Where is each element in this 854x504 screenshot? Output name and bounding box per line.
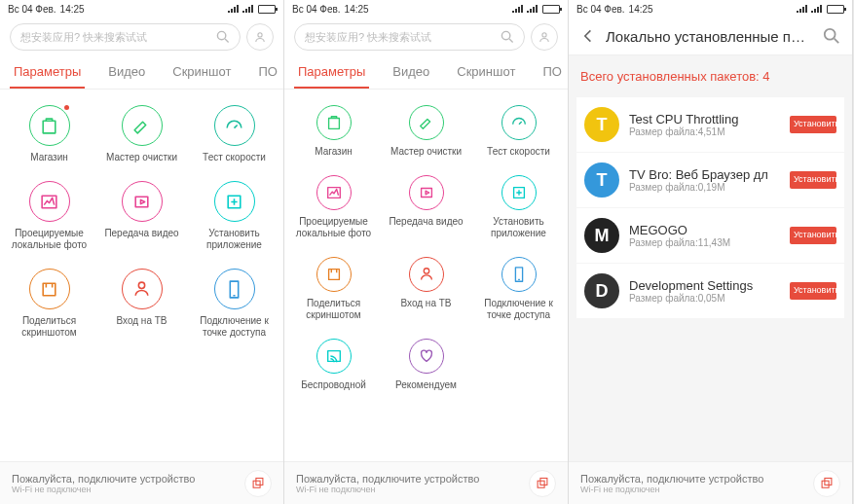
grid-item[interactable]: Тест скорости bbox=[473, 97, 564, 165]
footer-title: Пожалуйста, подключите устройство bbox=[296, 473, 529, 485]
grid-item[interactable]: Мастер очистки bbox=[381, 97, 471, 165]
tab-screenshot[interactable]: Скриншот bbox=[453, 56, 519, 89]
grid-item[interactable]: Проецируемые локальные фото bbox=[4, 173, 94, 259]
grid-item-label: Магазин bbox=[30, 152, 68, 163]
search-button[interactable] bbox=[823, 27, 840, 45]
app-name: Test CPU Throttling bbox=[629, 112, 780, 126]
grid-item[interactable]: Передача видео bbox=[96, 173, 187, 259]
grid-item-label: Подключение к точке доступа bbox=[194, 315, 276, 339]
grid-item[interactable]: Передача видео bbox=[381, 167, 471, 247]
svg-rect-3 bbox=[256, 478, 263, 485]
search-input[interactable]: 想安装应用? 快来搜索试试 bbox=[294, 23, 525, 51]
search-row: 想安装应用? 快来搜索试试 bbox=[284, 18, 568, 56]
install-button[interactable]: Установить bbox=[790, 227, 836, 244]
grid-item[interactable]: Беспроводной bbox=[288, 331, 379, 399]
footer-devices-button[interactable] bbox=[529, 470, 556, 497]
grid-item-label: Передача видео bbox=[389, 216, 463, 228]
tab-software[interactable]: ПО bbox=[538, 56, 565, 89]
app-row[interactable]: MMEGOGOРазмер файла:11,43MУстановить bbox=[576, 208, 844, 264]
app-list: TTest CPU ThrottlingРазмер файла:4,51MУс… bbox=[569, 97, 852, 461]
tab-params[interactable]: Параметры bbox=[294, 56, 369, 89]
phone-icon bbox=[214, 269, 255, 309]
app-name: TV Bro: Веб Браузер дл bbox=[629, 167, 780, 182]
svg-rect-10 bbox=[825, 478, 832, 485]
back-button[interactable] bbox=[580, 28, 596, 44]
grid-item-label: Проецируемые локальные фото bbox=[293, 216, 375, 239]
status-time: 14:25 bbox=[629, 4, 653, 15]
search-input[interactable]: 想安装应用? 快来搜索试试 bbox=[10, 23, 241, 51]
grid-item-label: Мастер очистки bbox=[390, 146, 462, 158]
devices-icon bbox=[820, 477, 834, 490]
grid-item[interactable]: Поделиться скриншотом bbox=[288, 249, 379, 329]
signal-icon bbox=[228, 5, 240, 13]
grid-item[interactable]: Проецируемые локальные фото bbox=[288, 167, 379, 247]
chevron-left-icon bbox=[580, 28, 596, 44]
footer: Пожалуйста, подключите устройство Wi-Fi … bbox=[0, 461, 283, 504]
grid-item-label: Подключение к точке доступа bbox=[478, 298, 560, 321]
phone-icon bbox=[501, 257, 537, 292]
install-button[interactable]: Установить bbox=[790, 282, 836, 300]
tab-software[interactable]: ПО bbox=[254, 56, 280, 89]
svg-point-4 bbox=[501, 31, 509, 39]
grid-item[interactable]: Вход на ТВ bbox=[381, 249, 471, 329]
cut-icon bbox=[316, 257, 352, 292]
notification-dot bbox=[64, 105, 69, 110]
grid-item[interactable]: Установить приложение bbox=[473, 167, 564, 247]
package-count: Всего установленных пакетов: 4 bbox=[569, 55, 852, 97]
grid-item bbox=[473, 331, 564, 399]
grid-item[interactable]: Тест скорости bbox=[189, 97, 279, 171]
person-icon bbox=[122, 269, 163, 309]
grid-item-label: Тест скорости bbox=[487, 146, 550, 158]
app-info: MEGOGOРазмер файла:11,43M bbox=[629, 223, 780, 248]
grid-item[interactable]: Магазин bbox=[288, 97, 379, 165]
app-name: MEGOGO bbox=[629, 223, 780, 237]
grid-item[interactable]: Подключение к точке доступа bbox=[189, 261, 279, 346]
signal-icon bbox=[527, 5, 538, 13]
footer: Пожалуйста, подключите устройство Wi-Fi … bbox=[284, 461, 568, 504]
brush-icon bbox=[409, 105, 444, 140]
install-button[interactable]: Установить bbox=[790, 171, 836, 189]
page-title: Локально установленные паке… bbox=[606, 28, 813, 45]
grid-item[interactable]: Рекомендуем bbox=[381, 331, 471, 399]
grid-item-label: Беспроводной bbox=[301, 379, 366, 391]
grid-item-label: Вход на ТВ bbox=[400, 298, 451, 309]
app-row[interactable]: TTest CPU ThrottlingРазмер файла:4,51MУс… bbox=[576, 97, 844, 153]
footer-title: Пожалуйста, подключите устройство bbox=[580, 473, 813, 485]
devices-icon bbox=[251, 477, 265, 490]
gauge-icon bbox=[214, 105, 255, 146]
grid-item[interactable]: Установить приложение bbox=[189, 173, 279, 259]
svg-rect-6 bbox=[538, 481, 544, 487]
status-date: Вс 04 Фев. bbox=[576, 4, 625, 15]
app-icon: T bbox=[584, 162, 619, 198]
grid-item-label: Поделиться скриншотом bbox=[9, 315, 91, 339]
cast-icon bbox=[316, 339, 352, 374]
grid-item[interactable]: Поделиться скриншотом bbox=[4, 261, 94, 346]
cut-icon bbox=[29, 269, 70, 309]
bag-icon bbox=[316, 105, 352, 140]
search-row: 想安装应用? 快来搜索试试 bbox=[0, 18, 283, 56]
app-info: Test CPU ThrottlingРазмер файла:4,51M bbox=[629, 112, 780, 137]
user-button[interactable] bbox=[531, 23, 558, 51]
grid-item[interactable]: Мастер очистки bbox=[96, 97, 187, 171]
svg-rect-9 bbox=[822, 481, 829, 487]
grid-item[interactable]: Подключение к точке доступа bbox=[473, 249, 564, 329]
install-button[interactable]: Установить bbox=[790, 116, 836, 133]
tab-params[interactable]: Параметры bbox=[10, 56, 85, 89]
status-bar: Вс 04 Фев. 14:25 bbox=[0, 0, 283, 18]
app-row[interactable]: DDevelopment SettingsРазмер файла:0,05MУ… bbox=[576, 264, 844, 319]
grid-item[interactable]: Вход на ТВ bbox=[96, 261, 187, 346]
tab-video[interactable]: Видео bbox=[104, 56, 149, 89]
user-button[interactable] bbox=[246, 23, 274, 51]
app-row[interactable]: TTV Bro: Веб Браузер длРазмер файла:0,19… bbox=[576, 153, 844, 208]
footer-devices-button[interactable] bbox=[244, 470, 272, 497]
grid-item-label: Поделиться скриншотом bbox=[293, 298, 375, 321]
grid-item-label: Проецируемые локальные фото bbox=[9, 228, 91, 251]
feature-grid: МагазинМастер очисткиТест скоростиПроеци… bbox=[284, 90, 568, 461]
status-date: Вс 04 Фев. bbox=[8, 4, 56, 15]
footer-devices-button[interactable] bbox=[813, 470, 840, 497]
tab-screenshot[interactable]: Скриншот bbox=[168, 56, 235, 89]
app-info: Development SettingsРазмер файла:0,05M bbox=[629, 278, 780, 304]
heart-icon bbox=[409, 339, 444, 374]
grid-item[interactable]: Магазин bbox=[4, 97, 94, 171]
tab-video[interactable]: Видео bbox=[389, 56, 433, 89]
